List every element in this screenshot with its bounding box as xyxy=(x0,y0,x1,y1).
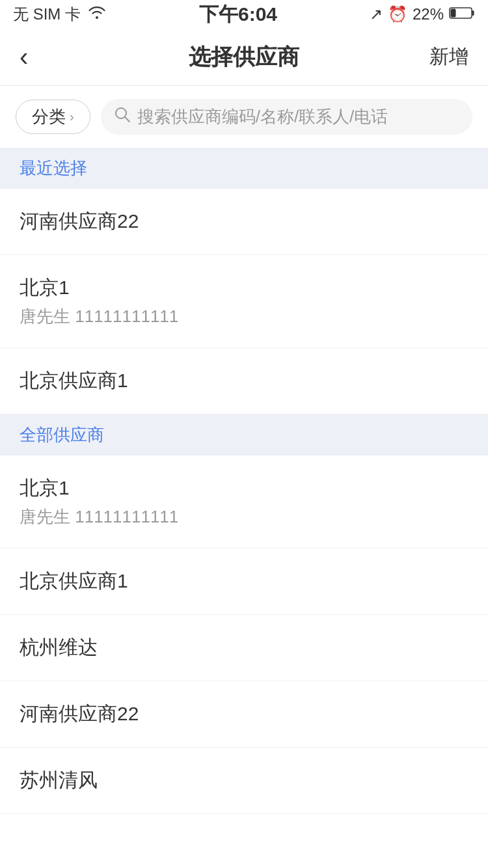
recent-section-header: 最近选择 xyxy=(0,148,488,189)
chevron-right-icon: › xyxy=(70,109,74,124)
back-button[interactable]: ‹ xyxy=(20,42,72,72)
item-name: 北京1 xyxy=(20,475,468,502)
item-name: 北京供应商1 xyxy=(20,368,468,394)
nav-bar: ‹ 选择供应商 新增 xyxy=(0,29,488,86)
recent-items-list: 河南供应商22北京1唐先生 11111111111北京供应商1 xyxy=(0,189,488,414)
status-left: 无 SIM 卡 xyxy=(13,4,107,25)
all-section-label: 全部供应商 xyxy=(20,425,104,444)
status-right: ↗ ⏰ 22% xyxy=(370,5,475,23)
item-name: 河南供应商22 xyxy=(20,208,468,235)
list-item[interactable]: 北京1唐先生 11111111111 xyxy=(0,255,488,348)
all-items-list: 北京1唐先生 11111111111北京供应商1杭州维达河南供应商22苏州清风 xyxy=(0,455,488,814)
list-item[interactable]: 杭州维达 xyxy=(0,615,488,681)
alarm-icon: ⏰ xyxy=(388,5,407,23)
add-button[interactable]: 新增 xyxy=(416,44,468,70)
battery-icon xyxy=(449,5,475,23)
list-item[interactable]: 苏州清风 xyxy=(0,748,488,814)
search-placeholder: 搜索供应商编码/名称/联系人/电话 xyxy=(137,105,388,128)
list-item[interactable]: 北京1唐先生 11111111111 xyxy=(0,455,488,549)
item-name: 苏州清风 xyxy=(20,767,468,794)
battery-label: 22% xyxy=(413,5,444,23)
status-time: 下午6:04 xyxy=(199,1,277,28)
wifi-icon xyxy=(87,5,107,23)
page-title: 选择供应商 xyxy=(189,42,299,72)
item-name: 北京1 xyxy=(20,275,468,301)
all-section-header: 全部供应商 xyxy=(0,414,488,455)
category-label: 分类 xyxy=(32,105,66,128)
svg-line-4 xyxy=(125,117,129,122)
svg-rect-2 xyxy=(450,9,455,18)
list-item[interactable]: 北京供应商1 xyxy=(0,348,488,414)
item-name: 杭州维达 xyxy=(20,634,468,661)
svg-rect-1 xyxy=(472,10,474,16)
status-bar: 无 SIM 卡 下午6:04 ↗ ⏰ 22% xyxy=(0,0,488,29)
list-item[interactable]: 河南供应商22 xyxy=(0,681,488,748)
location-icon: ↗ xyxy=(370,5,383,23)
filter-bar: 分类 › 搜索供应商编码/名称/联系人/电话 xyxy=(0,86,488,148)
list-item[interactable]: 河南供应商22 xyxy=(0,189,488,255)
item-name: 河南供应商22 xyxy=(20,701,468,727)
list-item[interactable]: 北京供应商1 xyxy=(0,549,488,615)
category-button[interactable]: 分类 › xyxy=(16,100,90,134)
search-box[interactable]: 搜索供应商编码/名称/联系人/电话 xyxy=(101,99,472,135)
recent-section-label: 最近选择 xyxy=(20,158,87,178)
sim-label: 无 SIM 卡 xyxy=(13,4,81,25)
search-icon xyxy=(114,106,131,128)
item-name: 北京供应商1 xyxy=(20,568,468,595)
item-sub: 唐先生 11111111111 xyxy=(20,506,468,528)
item-sub: 唐先生 11111111111 xyxy=(20,305,468,328)
